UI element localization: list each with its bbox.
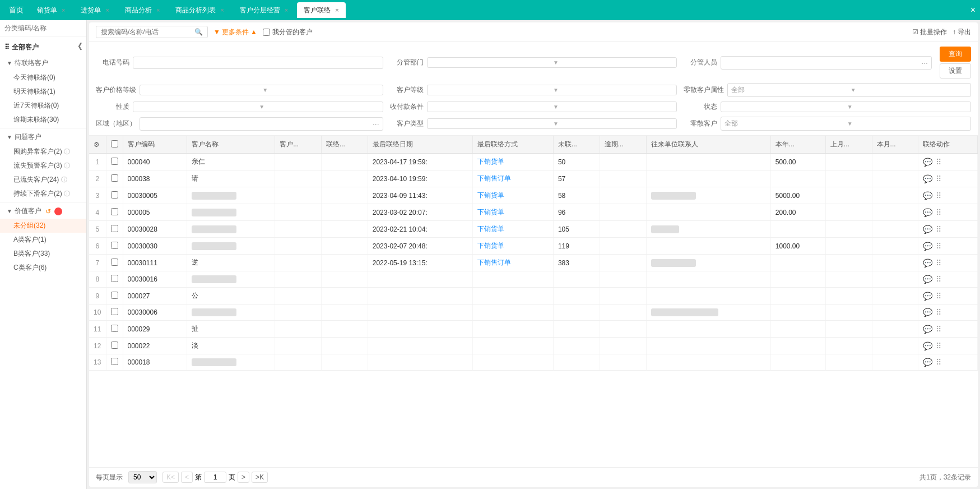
sidebar-item-abnormal[interactable]: 囤购异常客户(2) ⓘ: [0, 145, 86, 159]
more-action-icon[interactable]: ⠿: [936, 158, 941, 167]
row-select-checkbox[interactable]: [111, 208, 118, 215]
row-checkbox[interactable]: [106, 321, 123, 338]
contact-action-icon[interactable]: 💬: [923, 292, 932, 301]
th-last-date[interactable]: 最后联络日期: [368, 136, 472, 154]
reset-button[interactable]: 设置: [940, 63, 971, 79]
row-select-checkbox[interactable]: [111, 191, 118, 199]
more-action-icon[interactable]: ⠿: [936, 208, 941, 217]
payment-select[interactable]: ▼: [427, 102, 677, 112]
batch-ops-btn[interactable]: ☑ 批量操作: [912, 27, 947, 37]
manager-dots-btn[interactable]: ···: [921, 58, 928, 67]
row-select-checkbox[interactable]: [111, 342, 118, 349]
cust-level-select[interactable]: ▼: [427, 85, 677, 95]
row-select-checkbox[interactable]: [111, 158, 118, 165]
last-method-link[interactable]: 下销售订单: [477, 174, 511, 182]
sidebar-item-class-c[interactable]: C类客户(6): [0, 261, 86, 275]
problem-customers-section[interactable]: ▼ 问题客户: [0, 130, 86, 145]
more-conditions-btn[interactable]: ▼ 更多条件 ▲: [213, 27, 257, 37]
row-checkbox[interactable]: [106, 187, 123, 204]
more-action-icon[interactable]: ⠿: [936, 325, 941, 334]
status-select[interactable]: ▼: [721, 102, 971, 112]
cust-type-select[interactable]: ▼: [427, 118, 677, 129]
main-search-icon[interactable]: 🔍: [194, 28, 203, 36]
contact-action-icon[interactable]: 💬: [923, 158, 932, 167]
contact-action-icon[interactable]: 💬: [923, 325, 932, 334]
last-method-link[interactable]: 下销货单: [477, 158, 504, 165]
sidebar-item-declining[interactable]: 持续下滑客户(2) ⓘ: [0, 187, 86, 201]
more-action-icon[interactable]: ⠿: [936, 358, 941, 367]
row-checkbox[interactable]: [106, 338, 123, 354]
row-checkbox[interactable]: [106, 288, 123, 305]
tab-customer-segmentation[interactable]: 客户分层经营 ×: [233, 2, 295, 18]
row-checkbox[interactable]: [106, 305, 123, 321]
dept-select[interactable]: ▼: [427, 57, 677, 68]
more-action-icon[interactable]: ⠿: [936, 342, 941, 350]
th-overdue[interactable]: 逾期...: [600, 136, 646, 154]
row-select-checkbox[interactable]: [111, 292, 118, 299]
last-page-btn[interactable]: >K: [252, 472, 268, 483]
row-checkbox[interactable]: [106, 170, 123, 187]
row-select-checkbox[interactable]: [111, 308, 118, 315]
row-checkbox[interactable]: [106, 255, 123, 271]
contact-action-icon[interactable]: 💬: [923, 259, 932, 267]
row-select-checkbox[interactable]: [111, 174, 118, 182]
home-tab[interactable]: 首页: [4, 5, 28, 15]
sidebar-item-churn-warning[interactable]: 流失预警客户(3) ⓘ: [0, 159, 86, 173]
more-action-icon[interactable]: ⠿: [936, 275, 941, 284]
query-button[interactable]: 查询: [940, 47, 971, 62]
contact-action-icon[interactable]: 💬: [923, 242, 932, 251]
sidebar-search-input[interactable]: [4, 24, 87, 32]
price-level-select[interactable]: ▼: [140, 85, 383, 95]
sidebar-item-7days-pending[interactable]: 近7天待联络(0): [0, 99, 86, 113]
row-checkbox[interactable]: [106, 354, 123, 371]
retail-attr-select[interactable]: 全部 ▼: [727, 83, 971, 97]
sidebar-item-today-pending[interactable]: 今天待联络(0): [0, 71, 86, 85]
close-purchase-order-icon[interactable]: ×: [105, 7, 109, 13]
more-action-icon[interactable]: ⠿: [936, 174, 941, 183]
contact-action-icon[interactable]: 💬: [923, 191, 932, 200]
more-action-icon[interactable]: ⠿: [936, 242, 941, 251]
close-sales-order-icon[interactable]: ×: [62, 7, 65, 13]
contact-action-icon[interactable]: 💬: [923, 174, 932, 183]
contact-action-icon[interactable]: 💬: [923, 308, 932, 317]
retail-cust-select[interactable]: 全部 ▼: [721, 117, 971, 131]
contact-action-icon[interactable]: 💬: [923, 342, 932, 350]
more-action-icon[interactable]: ⠿: [936, 259, 941, 267]
sidebar-item-churned[interactable]: 已流失客户(24) ⓘ: [0, 173, 86, 187]
contact-action-icon[interactable]: 💬: [923, 225, 932, 234]
value-customers-section[interactable]: ▼ 价值客户 ↺: [0, 204, 86, 219]
th-this-year[interactable]: 本年...: [770, 136, 825, 154]
tab-customer-contact[interactable]: 客户联络 ×: [297, 2, 345, 18]
pending-contact-section[interactable]: ▼ 待联络客户: [0, 56, 86, 71]
th-name[interactable]: 客户名称: [187, 136, 275, 154]
collapse-sidebar-icon[interactable]: 《: [74, 42, 82, 52]
sidebar-item-overdue-contact[interactable]: 逾期未联络(30): [0, 113, 86, 127]
th-last-month[interactable]: 上月...: [825, 136, 872, 154]
last-method-link[interactable]: 下销售订单: [477, 259, 511, 266]
per-page-select[interactable]: 50 100: [128, 471, 157, 483]
close-customer-segmentation-icon[interactable]: ×: [285, 7, 288, 13]
last-method-link[interactable]: 下销货单: [477, 225, 504, 233]
row-checkbox[interactable]: [106, 154, 123, 170]
th-no-contact[interactable]: 未联...: [553, 136, 600, 154]
tab-product-analysis[interactable]: 商品分析 ×: [118, 2, 166, 18]
row-checkbox[interactable]: [106, 238, 123, 255]
prev-page-btn[interactable]: <: [181, 472, 193, 483]
phone-input[interactable]: [133, 57, 383, 69]
row-select-checkbox[interactable]: [111, 242, 118, 249]
next-page-btn[interactable]: >: [238, 472, 249, 483]
contact-action-icon[interactable]: 💬: [923, 275, 932, 284]
row-checkbox[interactable]: [106, 221, 123, 238]
row-select-checkbox[interactable]: [111, 358, 118, 365]
more-action-icon[interactable]: ⠿: [936, 292, 941, 301]
page-number-input[interactable]: [204, 472, 226, 483]
contact-action-icon[interactable]: 💬: [923, 208, 932, 217]
tab-purchase-order[interactable]: 进货单 ×: [74, 2, 115, 18]
more-action-icon[interactable]: ⠿: [936, 308, 941, 317]
th-contact[interactable]: 联络...: [321, 136, 368, 154]
my-customers-check[interactable]: [263, 29, 270, 36]
tab-sales-order[interactable]: 销货单 ×: [30, 2, 72, 18]
main-search-input[interactable]: [101, 28, 192, 36]
refresh-icon[interactable]: ↺: [45, 207, 51, 215]
close-product-analysis-icon[interactable]: ×: [156, 7, 160, 13]
